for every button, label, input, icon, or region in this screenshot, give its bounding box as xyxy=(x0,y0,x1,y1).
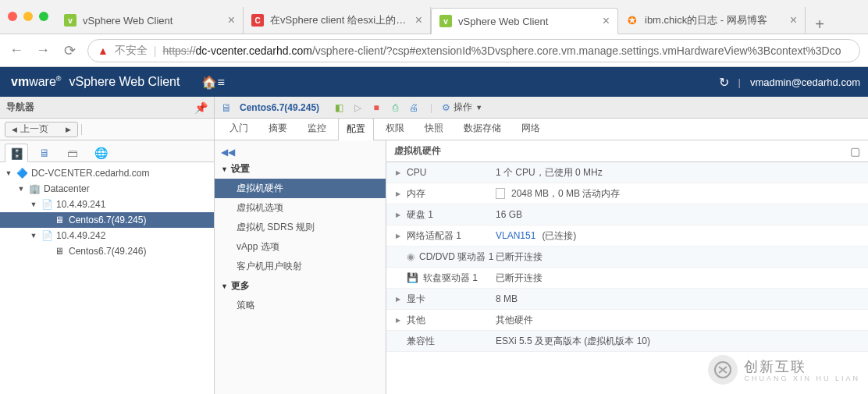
maximize-icon[interactable]: ▢ xyxy=(850,145,860,158)
network-link[interactable]: VLAN151 xyxy=(496,230,535,241)
tab-snapshots[interactable]: 快照 xyxy=(416,117,452,140)
tree-label: Datacenter xyxy=(44,183,90,194)
watermark-text: 创新互联 xyxy=(744,359,806,374)
sidebar-item-vm-options[interactable]: 虚拟机选项 xyxy=(215,198,386,218)
browser-tab[interactable]: ✪ ibm.chick的日志 - 网易博客 × xyxy=(618,7,806,34)
hw-row-floppy[interactable]: 💾软盘驱动器 1 已断开连接 xyxy=(386,268,868,289)
back-button[interactable]: ◀ 上一页 ▶ xyxy=(5,122,78,137)
network-icon: 🌐 xyxy=(94,147,108,159)
home-icon[interactable]: 🏠≡ xyxy=(201,75,224,90)
actions-menu[interactable]: ⚙ 操作 ▼ xyxy=(442,101,482,114)
window-zoom[interactable] xyxy=(39,12,48,21)
tree-datacenter-node[interactable]: ▼🏢Datacenter xyxy=(0,181,214,197)
refresh-icon[interactable]: ↻ xyxy=(719,75,729,90)
hw-row-compatibility: 兼容性 ESXi 5.5 及更高版本 (虚拟机版本 10) xyxy=(386,331,868,352)
tab-monitor[interactable]: 监控 xyxy=(299,117,335,140)
sidebar-item-guest-user-mappings[interactable]: 客户机用户映射 xyxy=(215,257,386,276)
collapse-icon[interactable]: ◀◀ xyxy=(215,145,386,159)
user-label[interactable]: vmadmin@cedarhd.com xyxy=(750,76,860,88)
hw-row-cddvd[interactable]: ◉CD/DVD 驱动器 1 已断开连接 xyxy=(386,247,868,268)
navigator-history-row: ◀ 上一页 ▶ xyxy=(0,119,214,140)
window-controls xyxy=(8,12,48,21)
vm-icon: 🖥 xyxy=(53,246,66,257)
vm-icon: 🖥 xyxy=(53,215,66,225)
hw-row-other[interactable]: ▶其他 其他硬件 xyxy=(386,310,868,331)
vm-icon: 🖥 xyxy=(221,101,232,114)
new-tab-button[interactable]: + xyxy=(806,16,834,34)
forward-icon[interactable]: → xyxy=(34,42,52,59)
gear-icon: ⚙ xyxy=(442,102,450,113)
hw-row-cpu[interactable]: ▶CPU 1 个 CPU，已使用 0 MHz xyxy=(386,162,868,183)
browser-tab-bar: v vSphere Web Client × C 在vSphere client… xyxy=(0,0,868,34)
tab-title: ibm.chick的日志 - 网易博客 xyxy=(645,13,784,27)
tab-permissions[interactable]: 权限 xyxy=(377,117,413,140)
inventory-tree: ▼🔷DC-VCENTER.cedarhd.com ▼🏢Datacenter ▼📄… xyxy=(0,162,214,394)
close-tab-icon[interactable]: × xyxy=(603,15,610,27)
pin-icon[interactable]: 📌 xyxy=(194,101,208,114)
hw-row-network[interactable]: ▶网络适配器 1 VLAN151(已连接) xyxy=(386,225,868,247)
vms-view-tab[interactable]: 🖥 xyxy=(33,143,56,162)
browser-tab[interactable]: C 在vSphere client 给esxi上的虚拟… × xyxy=(244,7,431,34)
tab-networks[interactable]: 网络 xyxy=(513,117,549,140)
stop-icon[interactable]: ■ xyxy=(369,101,383,115)
window-minimize[interactable] xyxy=(23,12,33,21)
address-bar[interactable]: ▲ 不安全 | https://dc-vcenter.cedarhd.com/v… xyxy=(87,39,860,62)
section-more[interactable]: ▼更多 xyxy=(215,276,386,296)
section-settings[interactable]: ▼设置 xyxy=(215,159,386,179)
tab-summary[interactable]: 摘要 xyxy=(260,117,296,140)
network-view-tab[interactable]: 🌐 xyxy=(89,143,112,162)
close-tab-icon[interactable]: × xyxy=(790,14,797,27)
configure-sidebar: ◀◀ ▼设置 虚拟机硬件 虚拟机选项 虚拟机 SDRS 规则 vApp 选项 客… xyxy=(215,140,386,394)
browser-tab-active[interactable]: v vSphere Web Client × xyxy=(431,8,618,34)
reload-icon[interactable]: ⟳ xyxy=(61,42,78,59)
browser-toolbar: ← → ⟳ ▲ 不安全 | https://dc-vcenter.cedarhd… xyxy=(0,34,868,67)
vm-hardware-title: 虚拟机硬件 ▢ xyxy=(386,140,868,162)
close-tab-icon[interactable]: × xyxy=(228,14,235,27)
tab-title: 在vSphere client 给esxi上的虚拟… xyxy=(270,13,409,27)
tab-configure[interactable]: 配置 xyxy=(338,118,374,140)
tree-label: Centos6.7(49.245) xyxy=(69,215,146,225)
tree-vm-node-selected[interactable]: 🖥Centos6.7(49.245) xyxy=(0,212,214,228)
chevron-right-icon: ▶ xyxy=(66,126,71,133)
tree-vm-node[interactable]: 🖥Centos6.7(49.246) xyxy=(0,243,214,259)
vsphere-favicon: v xyxy=(64,14,76,27)
tab-getting-started[interactable]: 入门 xyxy=(221,117,257,140)
tree-host-node[interactable]: ▼📄10.4.49.242 xyxy=(0,228,214,243)
hw-row-disk[interactable]: ▶硬盘 1 16 GB xyxy=(386,204,868,225)
window-close[interactable] xyxy=(8,12,17,21)
tab-title: vSphere Web Client xyxy=(458,16,596,27)
object-header: 🖥 Centos6.7(49.245) ◧ ▷ ■ ⎙ 🖨 | ⚙ 操作 ▼ xyxy=(215,97,868,119)
tree-label: Centos6.7(49.246) xyxy=(69,246,146,257)
tree-host-node[interactable]: ▼📄10.4.49.241 xyxy=(0,197,214,212)
console-icon[interactable]: 🖨 xyxy=(407,101,421,115)
floppy-icon: 💾 xyxy=(407,272,418,283)
back-icon[interactable]: ← xyxy=(8,42,25,59)
hw-row-memory[interactable]: ▶内存 2048 MB，0 MB 活动内存 xyxy=(386,183,868,204)
tab-datastores[interactable]: 数据存储 xyxy=(455,117,510,140)
play-icon[interactable]: ▷ xyxy=(350,101,365,115)
browser-tab[interactable]: v vSphere Web Client × xyxy=(56,7,244,34)
product-title: vSphere Web Client xyxy=(69,75,180,89)
sidebar-item-vm-hardware[interactable]: 虚拟机硬件 xyxy=(215,179,386,198)
browser-tabs: v vSphere Web Client × C 在vSphere client… xyxy=(56,5,834,34)
site-favicon: ✪ xyxy=(626,14,639,27)
hw-row-video[interactable]: ▶显卡 8 MB xyxy=(386,289,868,310)
tree-label: 10.4.49.242 xyxy=(56,230,105,241)
navigator-title-bar: 导航器 📌 xyxy=(0,97,214,119)
sidebar-item-sdrs-rules[interactable]: 虚拟机 SDRS 规则 xyxy=(215,218,386,237)
host-icon: 📄 xyxy=(41,230,53,241)
sidebar-item-vapp-options[interactable]: vApp 选项 xyxy=(215,237,386,257)
snapshot-icon[interactable]: ⎙ xyxy=(388,101,402,115)
storage-view-tab[interactable]: 🗃 xyxy=(61,143,84,162)
close-tab-icon[interactable]: × xyxy=(415,14,422,27)
object-workspace: 🖥 Centos6.7(49.245) ◧ ▷ ■ ⎙ 🖨 | ⚙ 操作 ▼ 入… xyxy=(215,97,868,394)
tree-vcenter-node[interactable]: ▼🔷DC-VCENTER.cedarhd.com xyxy=(0,165,214,181)
sidebar-item-policies[interactable]: 策略 xyxy=(215,296,386,315)
insecure-warning-icon: ▲ xyxy=(98,44,108,57)
hosts-view-tab[interactable]: 🗄️ xyxy=(5,144,28,162)
vm-icon: 🖥 xyxy=(39,147,50,159)
power-on-icon[interactable]: ◧ xyxy=(332,101,346,115)
vsphere-favicon: v xyxy=(439,15,452,27)
tab-title: vSphere Web Client xyxy=(83,15,222,27)
tree-label: 10.4.49.241 xyxy=(56,199,105,210)
